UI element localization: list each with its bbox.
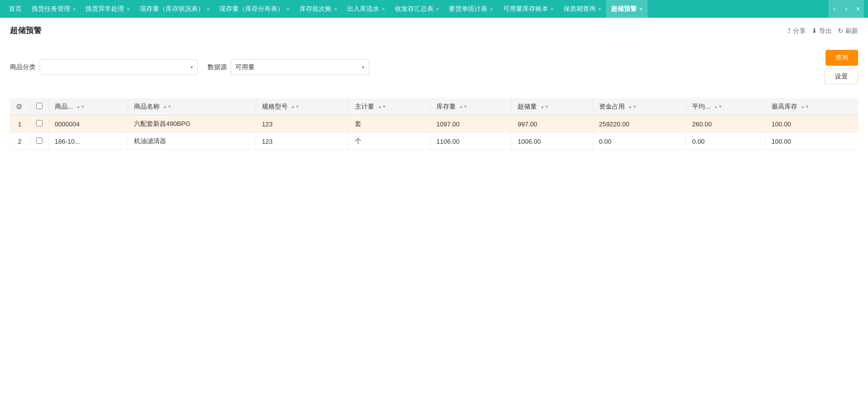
row-checkbox-cell [30,133,48,150]
nav-stock-dist[interactable]: 现存量（库存分布表） × [215,0,294,18]
row-capital: 259220.00 [593,116,686,133]
col-spec: 规格型号 ▲▼ [256,98,349,116]
nav-inout-flow[interactable]: 出入库流水 × [342,0,390,18]
col-avg: 平均... ▲▼ [686,98,765,116]
refresh-icon: ↻ [838,27,843,35]
nav-home[interactable]: 首页 [4,0,27,18]
close-icon[interactable]: × [334,6,337,12]
col-unit-label: 主计量 [355,103,374,110]
nav-left-arrow[interactable]: ‹ [828,0,840,18]
col-capital-label: 资金占用 [599,103,625,110]
main-content: 超储预警 ⤴ 分享 ⬇ 导出 ↻ 刷新 商品分类 ▾ 数据源 [0,18,868,395]
row-maxstock: 100.00 [765,116,858,133]
nav-right-arrow[interactable]: › [840,0,852,18]
col-stock-label: 库存量 [436,103,456,110]
sort-icon: ▲▼ [714,105,723,109]
nav-summary[interactable]: 收发存汇总表 × [390,0,444,18]
row-code: 0000004 [48,116,128,133]
close-icon[interactable]: × [207,6,210,12]
page-header: 超储预警 ⤴ 分享 ⬇ 导出 ↻ 刷新 [10,26,858,36]
nav-batch-account[interactable]: 库存批次账 × [295,0,342,18]
settings-button[interactable]: 设置 [825,69,858,84]
nav-exception[interactable]: 拣货异常处理 × [81,0,134,18]
nav-scroll-arrows: ‹ › × [828,0,864,18]
query-button[interactable]: 查询 [825,50,858,66]
row-stock: 1097.00 [430,116,511,133]
sort-icon: ▲▼ [76,105,85,109]
col-name-label: 商品名称 [134,103,160,110]
nav-stock-status[interactable]: 现存量（库存状况表） × [135,0,215,18]
chevron-down-icon: ▾ [190,64,193,71]
sort-icon: ▲▼ [291,105,300,109]
col-gear: ⚙ [10,98,30,116]
row-spec: 123 [256,116,349,133]
col-code-label: 商品... [55,103,73,110]
sort-icon: ▲▼ [628,105,637,109]
nav-available-account[interactable]: 可用量库存账本 × [498,0,559,18]
chevron-down-icon: ▾ [362,64,365,71]
close-icon[interactable]: × [639,6,642,12]
nav-task-mgmt[interactable]: 拣货任务管理 × [27,0,81,18]
row-avg: 260.00 [686,116,765,133]
sort-icon: ▲▼ [540,105,549,109]
export-icon: ⬇ [812,27,817,35]
row-overflow: 997.00 [512,116,593,133]
top-nav: 首页 拣货任务管理 × 拣货异常处理 × 现存量（库存状况表） × 现存量（库存… [0,0,868,18]
row-avg: 0.00 [686,133,765,150]
table-body: 1 0000004 六配套新昌490BPG 123 套 1097.00 997.… [10,116,858,150]
close-icon[interactable]: × [382,6,385,12]
table-row: 1 0000004 六配套新昌490BPG 123 套 1097.00 997.… [10,116,858,133]
close-icon[interactable]: × [490,6,493,12]
col-stock: 库存量 ▲▼ [430,98,511,116]
nav-quality-query[interactable]: 保质期查询 × [559,0,606,18]
close-icon[interactable]: × [73,6,76,12]
nav-order-stats[interactable]: 要货单统计表 × [444,0,498,18]
row-checkbox[interactable] [36,137,43,144]
nav-close-arrow[interactable]: × [852,0,864,18]
table-header: ⚙ 商品... ▲▼ 商品名称 ▲▼ 规格型号 ▲▼ 主计 [10,98,858,116]
row-overflow: 1006.00 [512,133,593,150]
col-overflow-label: 超储量 [518,103,537,110]
sort-icon: ▲▼ [800,105,809,109]
nav-overstock-warning[interactable]: 超储预警 × [606,0,647,18]
header-actions: ⤴ 分享 ⬇ 导出 ↻ 刷新 [787,27,858,36]
row-checkbox[interactable] [36,120,43,126]
data-table: ⚙ 商品... ▲▼ 商品名称 ▲▼ 规格型号 ▲▼ 主计 [10,98,858,150]
share-button[interactable]: ⤴ 分享 [787,27,806,36]
close-icon[interactable]: × [598,6,601,12]
row-number: 2 [10,133,30,150]
close-icon[interactable]: × [286,6,289,12]
table-row: 2 186-10... 机油滤清器 123 个 1106.00 1006.00 … [10,133,858,150]
row-spec: 123 [256,133,349,150]
col-capital: 资金占用 ▲▼ [593,98,686,116]
sort-icon: ▲▼ [163,105,172,109]
row-checkbox-cell [30,116,48,133]
col-maxstock: 最高库存 ▲▼ [765,98,858,116]
row-unit: 个 [349,133,430,150]
category-filter: 商品分类 ▾ [10,59,198,75]
export-button[interactable]: ⬇ 导出 [812,27,832,36]
category-label: 商品分类 [10,63,36,72]
refresh-button[interactable]: ↻ 刷新 [838,27,858,36]
datasource-select[interactable]: 可用量 ▾ [231,59,369,75]
col-avg-label: 平均... [692,103,710,110]
row-maxstock: 100.00 [765,133,858,150]
close-icon[interactable]: × [551,6,554,12]
close-icon[interactable]: × [127,6,130,12]
category-select[interactable]: ▾ [40,59,198,75]
col-overflow: 超储量 ▲▼ [512,98,593,116]
share-icon: ⤴ [787,27,791,35]
datasource-label: 数据源 [208,63,227,72]
filter-bar: 商品分类 ▾ 数据源 可用量 ▾ 查询 设置 [10,44,858,90]
filter-actions: 查询 设置 [825,50,858,84]
row-name: 六配套新昌490BPG [128,116,256,133]
close-icon[interactable]: × [436,6,439,12]
row-capital: 0.00 [593,133,686,150]
col-spec-label: 规格型号 [262,103,288,110]
datasource-filter: 数据源 可用量 ▾ [208,59,369,75]
datasource-select-value: 可用量 [235,63,255,72]
col-select-all [30,98,48,116]
select-all-checkbox[interactable] [36,103,43,109]
col-name: 商品名称 ▲▼ [128,98,256,116]
gear-icon[interactable]: ⚙ [16,102,22,111]
